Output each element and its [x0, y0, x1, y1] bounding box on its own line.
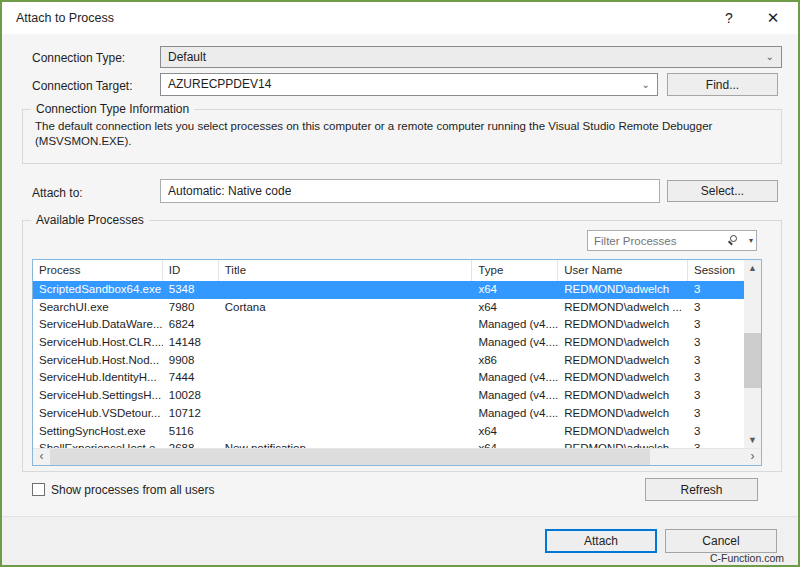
search-icon[interactable] [728, 235, 739, 246]
connection-type-label: Connection Type: [32, 51, 125, 65]
cell-user: REDMOND\adwelch [558, 352, 688, 370]
cell-id: 10028 [163, 387, 219, 405]
column-header-process[interactable]: Process [33, 260, 163, 281]
process-row[interactable]: ServiceHub.SettingsH...10028Managed (v4.… [33, 387, 745, 405]
filter-processes-input[interactable] [594, 232, 722, 249]
vertical-scrollbar[interactable]: ▲ ▼ [744, 260, 761, 449]
connection-target-combobox[interactable]: AZURECPPDEV14 ⌄ [160, 73, 658, 96]
cell-title: Cortana [219, 299, 473, 317]
cancel-button[interactable]: Cancel [665, 529, 777, 553]
cell-process: ServiceHub.Host.Nod... [33, 352, 163, 370]
cell-id: 6824 [163, 316, 219, 334]
find-button[interactable]: Find... [667, 73, 778, 96]
process-table: Process ID Title Type User Name Session … [32, 259, 762, 466]
process-row[interactable]: ScriptedSandbox64.exe5348x64REDMOND\adwe… [33, 281, 745, 299]
cell-id: 5348 [163, 281, 219, 299]
cell-session: 3 [688, 423, 745, 441]
process-row[interactable]: ServiceHub.Host.Nod...9908x86REDMOND\adw… [33, 352, 745, 370]
cell-id: 5116 [163, 423, 219, 441]
attach-button[interactable]: Attach [545, 529, 657, 553]
cell-type: Managed (v4.... [472, 316, 558, 334]
chevron-down-icon: ⌄ [766, 47, 774, 67]
connection-info-title: Connection Type Information [31, 102, 194, 116]
cell-process: ServiceHub.DataWare... [33, 316, 163, 334]
cell-id: 14148 [163, 334, 219, 352]
window-title: Attach to Process [16, 11, 114, 25]
process-row[interactable]: ServiceHub.IdentityH...7444Managed (v4..… [33, 369, 745, 387]
connection-target-label: Connection Target: [32, 79, 133, 93]
filter-processes-box: ▾ [587, 230, 757, 251]
watermark: C-Function.com [710, 552, 784, 564]
cell-type: Managed (v4.... [472, 334, 558, 352]
column-header-username[interactable]: User Name [558, 260, 688, 281]
cell-type: x86 [472, 352, 558, 370]
cell-title [219, 334, 473, 352]
attach-to-field[interactable]: Automatic: Native code [160, 179, 660, 203]
help-icon[interactable]: ? [714, 7, 744, 29]
attach-to-value: Automatic: Native code [168, 184, 291, 198]
cell-session: 3 [688, 387, 745, 405]
cell-user: REDMOND\adwelch [558, 316, 688, 334]
process-row[interactable]: ServiceHub.DataWare...6824Managed (v4...… [33, 316, 745, 334]
cell-process: ServiceHub.Host.CLR.... [33, 334, 163, 352]
horizontal-scrollbar-thumb[interactable] [50, 449, 650, 465]
column-header-type[interactable]: Type [472, 260, 558, 281]
scroll-up-icon[interactable]: ▲ [744, 260, 761, 277]
cell-title [219, 369, 473, 387]
cell-session: 3 [688, 281, 745, 299]
scroll-right-icon[interactable]: › [744, 449, 761, 465]
cell-user: REDMOND\adwelch [558, 334, 688, 352]
attach-to-process-dialog: Attach to Process ? ✕ Connection Type: D… [0, 0, 800, 567]
cell-id: 10712 [163, 405, 219, 423]
cell-title [219, 423, 473, 441]
column-header-session[interactable]: Session [688, 260, 745, 281]
cell-process: ServiceHub.VSDetour... [33, 405, 163, 423]
chevron-down-icon[interactable]: ▾ [749, 234, 753, 247]
cell-process: SearchUI.exe [33, 299, 163, 317]
cell-session: 3 [688, 405, 745, 423]
cell-type: Managed (v4.... [472, 369, 558, 387]
process-row[interactable]: ServiceHub.Host.CLR....14148Managed (v4.… [33, 334, 745, 352]
horizontal-scrollbar[interactable]: ‹ › [33, 448, 761, 465]
cell-session: 3 [688, 299, 745, 317]
cell-user: REDMOND\adwelch [558, 281, 688, 299]
cell-process: ScriptedSandbox64.exe [33, 281, 163, 299]
available-processes-title: Available Processes [31, 213, 149, 227]
cell-user: REDMOND\adwelch ... [558, 299, 688, 317]
cell-title [219, 405, 473, 423]
cell-title [219, 281, 473, 299]
cell-title [219, 387, 473, 405]
connection-info-line1: The default connection lets you select p… [35, 119, 712, 134]
cell-type: Managed (v4.... [472, 405, 558, 423]
connection-type-value: Default [168, 50, 206, 64]
scroll-down-icon[interactable]: ▼ [744, 432, 761, 449]
cell-process: ServiceHub.IdentityH... [33, 369, 163, 387]
column-header-id[interactable]: ID [163, 260, 219, 281]
process-row[interactable]: ServiceHub.VSDetour...10712Managed (v4..… [33, 405, 745, 423]
refresh-button[interactable]: Refresh [645, 478, 758, 501]
cell-user: REDMOND\adwelch [558, 405, 688, 423]
cell-title [219, 316, 473, 334]
process-table-header: Process ID Title Type User Name Session [33, 260, 745, 281]
connection-type-dropdown[interactable]: Default ⌄ [160, 46, 782, 68]
attach-to-label: Attach to: [32, 186, 83, 200]
connection-info-group: Connection Type Information The default … [22, 109, 782, 164]
scroll-left-icon[interactable]: ‹ [33, 449, 50, 465]
cell-user: REDMOND\adwelch [558, 423, 688, 441]
cell-process: SettingSyncHost.exe [33, 423, 163, 441]
show-all-users-checkbox[interactable] [32, 483, 45, 496]
cell-session: 3 [688, 334, 745, 352]
close-icon[interactable]: ✕ [758, 7, 788, 29]
cell-title [219, 352, 473, 370]
select-button[interactable]: Select... [667, 180, 778, 202]
cell-type: Managed (v4.... [472, 387, 558, 405]
process-row[interactable]: SearchUI.exe7980Cortanax64REDMOND\adwelc… [33, 299, 745, 317]
cell-type: x64 [472, 299, 558, 317]
connection-target-value: AZURECPPDEV14 [168, 77, 271, 91]
column-header-title[interactable]: Title [219, 260, 473, 281]
vertical-scrollbar-thumb[interactable] [744, 333, 761, 388]
cell-user: REDMOND\adwelch [558, 387, 688, 405]
cell-type: x64 [472, 281, 558, 299]
cell-id: 9908 [163, 352, 219, 370]
process-row[interactable]: SettingSyncHost.exe5116x64REDMOND\adwelc… [33, 423, 745, 441]
